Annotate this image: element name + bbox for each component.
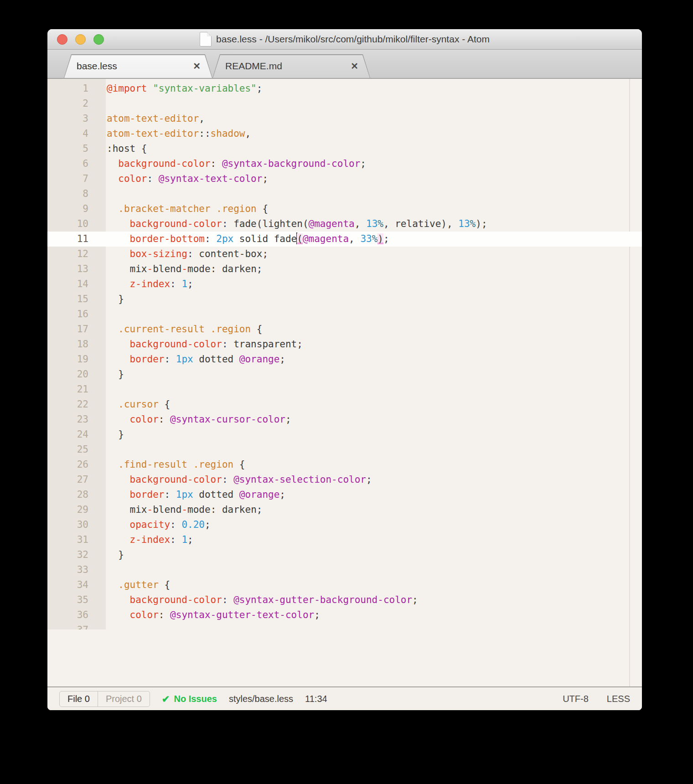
code-line[interactable]: 4atom-text-editor::shadow, [47,126,642,141]
code-token: :: [199,128,210,139]
code-line[interactable]: 21 [47,382,642,397]
code-line[interactable]: 18 background-color: transparent; [47,337,642,352]
code-text [106,442,107,457]
code-line[interactable]: 23 color: @syntax-cursor-color; [47,412,642,427]
zoom-window-button[interactable] [93,34,104,45]
code-token [107,534,130,545]
code-line[interactable]: 27 background-color: @syntax-selection-c… [47,472,642,487]
code-token: ; [262,173,268,184]
close-tab-icon[interactable]: ✕ [351,62,358,71]
code-text: atom-text-editor::shadow, [106,126,251,141]
tab-base-less[interactable]: base.less ✕ [64,54,212,78]
code-text: background-color: @syntax-gutter-backgro… [106,593,418,608]
code-line[interactable]: 35 background-color: @syntax-gutter-back… [47,593,642,608]
grammar-selector[interactable]: LESS [607,694,630,704]
close-tab-icon[interactable]: ✕ [193,62,201,71]
code-text: border-bottom: 2px solid fade(@magenta, … [106,232,389,247]
code-line[interactable]: 37 [47,623,642,629]
code-token: 0.20 [181,519,205,530]
code-token: @syntax-gutter-text-color [170,609,314,620]
code-line[interactable]: 16 [47,307,642,322]
code-line[interactable]: 30 opacity: 0.20; [47,517,642,532]
code-token: atom-text-editor [107,128,199,139]
code-line[interactable]: 15 } [47,292,642,307]
code-line[interactable]: 17 .current-result .region { [47,322,642,337]
code-token: { [159,579,170,590]
code-token [107,399,118,410]
code-line[interactable]: 20 } [47,367,642,382]
project-changes-button[interactable]: Project 0 [98,691,150,707]
code-token: 13 [366,218,378,229]
code-token: , [199,113,205,124]
code-text: border: 1px dotted @orange; [106,352,285,367]
code-token: .current-result [118,324,205,335]
file-path-label[interactable]: styles/base.less [229,694,293,704]
editor-pane[interactable]: 1@import "syntax-variables";23atom-text-… [47,79,642,686]
code-line[interactable]: 28 border: 1px dotted @orange; [47,487,642,502]
title-group: base.less - /Users/mikol/src/com/github/… [200,32,490,46]
minimize-window-button[interactable] [75,34,86,45]
cursor-position-label[interactable]: 11:34 [305,694,327,704]
line-number: 27 [47,472,106,487]
line-number: 7 [47,171,106,186]
code-token [187,459,193,470]
code-line[interactable]: 10 background-color: fade(lighten(@magen… [47,217,642,232]
code-line[interactable]: 14 z-index: 1; [47,277,642,292]
code-text [106,623,107,629]
code-token: { [251,324,262,335]
code-line[interactable]: 29 mix-blend-mode: darken; [47,502,642,517]
code-token: % [372,233,378,244]
code-token [205,324,211,335]
code-line[interactable]: 7 color: @syntax-text-color; [47,171,642,186]
code-line[interactable]: 5:host { [47,141,642,156]
close-window-button[interactable] [57,34,67,45]
line-number: 36 [47,608,106,623]
code-text: background-color: fade(lighten(@magenta,… [106,217,487,232]
file-changes-button[interactable]: File 0 [60,691,98,707]
code-line[interactable]: 12 box-sizing: content-box; [47,247,642,262]
code-line[interactable]: 3atom-text-editor, [47,111,642,126]
code-line[interactable]: 33 [47,562,642,578]
code-text: z-index: 1; [106,277,193,292]
code-line[interactable]: 1@import "syntax-variables"; [47,81,642,96]
line-number: 4 [47,126,106,141]
code-token: box-sizing [130,248,187,259]
code-text [106,307,107,322]
code-line[interactable]: 2 [47,96,642,111]
code-line[interactable]: 32 } [47,547,642,562]
code-line[interactable]: 6 background-color: @syntax-background-c… [47,156,642,171]
code-line[interactable]: 8 [47,186,642,201]
code-token: ); [476,218,487,229]
code-line[interactable]: 26 .find-result .region { [47,457,642,472]
code-token: ; [187,279,193,289]
titlebar[interactable]: base.less - /Users/mikol/src/com/github/… [47,29,642,50]
code-token: 13 [458,218,470,229]
code-text: box-sizing: content-box; [106,247,268,262]
code-line[interactable]: 9 .bracket-matcher .region { [47,201,642,217]
statusbar-right-group: UTF-8 LESS [563,694,630,704]
code-token: :host { [107,143,147,154]
code-line[interactable]: 22 .cursor { [47,397,642,412]
line-number: 1 [47,81,106,96]
code-line[interactable]: 31 z-index: 1; [47,532,642,547]
code-line[interactable]: 36 color: @syntax-gutter-text-color; [47,608,642,623]
linter-status[interactable]: ✔ No Issues [162,694,217,705]
line-number: 23 [47,412,106,427]
traffic-lights [57,29,104,49]
code-text: .cursor { [106,397,170,412]
code-line[interactable]: 34 .gutter { [47,578,642,593]
tab-label: README.md [225,61,282,72]
code-line[interactable]: 11 border-bottom: 2px solid fade(@magent… [47,232,642,247]
code-token [107,203,118,214]
code-text [106,382,107,397]
code-token: : transparent; [222,339,303,350]
tab-readme-md[interactable]: README.md ✕ [212,54,370,78]
line-number: 15 [47,292,106,307]
code-line[interactable]: 25 [47,442,642,457]
code-line[interactable]: 19 border: 1px dotted @orange; [47,352,642,367]
code-line[interactable]: 13 mix-blend-mode: darken; [47,262,642,277]
code-line[interactable]: 24 } [47,427,642,442]
code-token: mix [130,263,147,274]
encoding-selector[interactable]: UTF-8 [563,694,589,704]
code-token [107,233,130,244]
